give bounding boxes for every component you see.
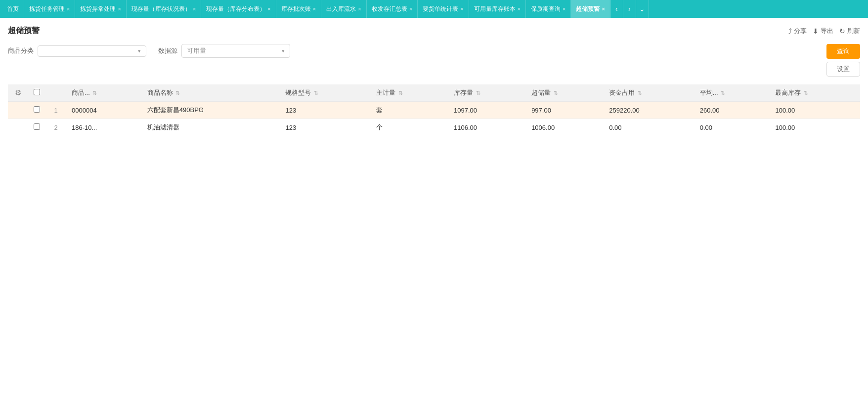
- header-actions: ⤴ 分享 ⬇ 导出 ↻ 刷新: [788, 27, 860, 36]
- table-header-row: ⚙ 商品... ⇅ 商品名称 ⇅ 规格型号 ⇅: [8, 84, 860, 102]
- select-all-checkbox[interactable]: [34, 89, 40, 95]
- close-icon[interactable]: ×: [313, 6, 316, 12]
- sort-icon[interactable]: ⇅: [398, 90, 403, 96]
- nav-tab-avail-stock[interactable]: 可用量库存账本 ×: [469, 0, 526, 18]
- row-checkbox-cell: [28, 102, 46, 119]
- sort-icon[interactable]: ⇅: [554, 90, 558, 96]
- sort-icon[interactable]: ⇅: [721, 90, 725, 96]
- col-spec-header: 规格型号 ⇅: [279, 84, 370, 102]
- data-source-select[interactable]: 可用量 ▾: [181, 44, 290, 58]
- row-unit: 套: [370, 102, 448, 119]
- close-icon[interactable]: ×: [118, 6, 121, 12]
- row-stock: 1106.00: [448, 119, 525, 136]
- row-gear: [8, 102, 28, 119]
- col-num-header: [46, 84, 66, 102]
- close-icon[interactable]: ×: [267, 6, 270, 12]
- row-spec: 123: [279, 119, 370, 136]
- sort-icon[interactable]: ⇅: [638, 90, 642, 96]
- row-unit: 个: [370, 119, 448, 136]
- close-icon[interactable]: ×: [358, 6, 361, 12]
- row-stock: 1097.00: [448, 102, 525, 119]
- row-gear: [8, 119, 28, 136]
- row-checkbox-cell: [28, 119, 46, 136]
- product-category-filter: 商品分类 ▾: [8, 45, 146, 57]
- close-icon[interactable]: ×: [460, 6, 463, 12]
- row-product-name: 六配套新昌490BPG: [141, 102, 280, 119]
- row-capital: 259220.00: [603, 102, 694, 119]
- query-button[interactable]: 查询: [826, 44, 860, 59]
- row-product-code: 186-10...: [66, 119, 141, 136]
- row-product-name: 机油滤清器: [141, 119, 280, 136]
- row-spec: 123: [279, 102, 370, 119]
- data-source-label: 数据源: [158, 46, 177, 55]
- nav-tab-summary[interactable]: 收发存汇总表 ×: [367, 0, 418, 18]
- col-product-code-header: 商品... ⇅: [66, 84, 141, 102]
- table-row: 1 0000004 六配套新昌490BPG 123 套 1097.00 997.…: [8, 102, 860, 119]
- col-product-name-header: 商品名称 ⇅: [141, 84, 280, 102]
- filter-actions: 查询 设置: [826, 44, 860, 77]
- nav-prev-arrow[interactable]: ‹: [610, 0, 623, 18]
- row-overstock: 1006.00: [525, 119, 603, 136]
- refresh-icon: ↻: [839, 27, 845, 35]
- col-stock-header: 库存量 ⇅: [448, 84, 525, 102]
- refresh-button[interactable]: ↻ 刷新: [839, 27, 860, 36]
- close-icon[interactable]: ×: [409, 6, 412, 12]
- row-capital: 0.00: [603, 119, 694, 136]
- col-unit-header: 主计量 ⇅: [370, 84, 448, 102]
- row-max-stock: 100.00: [769, 119, 860, 136]
- sort-icon[interactable]: ⇅: [476, 90, 480, 96]
- row-product-code: 0000004: [66, 102, 141, 119]
- col-capital-header: 资金占用 ⇅: [603, 84, 694, 102]
- nav-tab-overstock[interactable]: 超储预警 ×: [571, 0, 610, 18]
- top-nav: 首页 拣货任务管理 × 拣货异常处理 × 现存量（库存状况表） × 现存量（库存…: [0, 0, 868, 18]
- sort-icon[interactable]: ⇅: [92, 90, 97, 96]
- sort-icon[interactable]: ⇅: [804, 90, 808, 96]
- row-avg: 260.00: [694, 102, 770, 119]
- page-title: 超储预警: [8, 26, 40, 36]
- sort-icon[interactable]: ⇅: [314, 90, 318, 96]
- col-gear: ⚙: [8, 84, 28, 102]
- data-table: ⚙ 商品... ⇅ 商品名称 ⇅ 规格型号 ⇅: [8, 84, 860, 136]
- row-checkbox[interactable]: [34, 106, 40, 113]
- nav-tab-stock-dist[interactable]: 现存量（库存分布表） ×: [201, 0, 276, 18]
- close-icon[interactable]: ×: [563, 6, 565, 12]
- nav-tab-batch[interactable]: 库存批次账 ×: [276, 0, 321, 18]
- nav-tab-demand[interactable]: 要货单统计表 ×: [418, 0, 469, 18]
- table-row: 2 186-10... 机油滤清器 123 个 1106.00 1006.00 …: [8, 119, 860, 136]
- row-num: 1: [46, 102, 66, 119]
- col-overstock-header: 超储量 ⇅: [525, 84, 603, 102]
- nav-next-arrow[interactable]: ›: [623, 0, 636, 18]
- data-source-filter: 数据源 可用量 ▾: [158, 44, 290, 58]
- gear-icon[interactable]: ⚙: [15, 88, 21, 97]
- settings-button[interactable]: 设置: [826, 62, 860, 77]
- close-icon[interactable]: ×: [67, 6, 70, 12]
- close-icon[interactable]: ×: [602, 6, 605, 12]
- col-avg-header: 平均... ⇅: [694, 84, 770, 102]
- row-checkbox[interactable]: [34, 123, 40, 130]
- export-icon: ⬇: [813, 27, 819, 35]
- nav-tab-quality[interactable]: 保质期查询 ×: [526, 0, 571, 18]
- row-num: 2: [46, 119, 66, 136]
- close-icon[interactable]: ×: [193, 6, 196, 12]
- nav-tab-exception[interactable]: 拣货异常处理 ×: [75, 0, 126, 18]
- col-max-stock-header: 最高库存 ⇅: [769, 84, 860, 102]
- col-checkbox-header: [28, 84, 46, 102]
- nav-tab-flow[interactable]: 出入库流水 ×: [321, 0, 366, 18]
- nav-menu-arrow[interactable]: ⌄: [636, 0, 649, 18]
- share-icon: ⤴: [788, 27, 792, 35]
- product-category-select[interactable]: ▾: [38, 45, 146, 57]
- page-content: 超储预警 ⤴ 分享 ⬇ 导出 ↻ 刷新 商品分类 ▾: [0, 18, 868, 395]
- product-category-label: 商品分类: [8, 46, 34, 55]
- page-header: 超储预警 ⤴ 分享 ⬇ 导出 ↻ 刷新: [8, 26, 860, 36]
- export-button[interactable]: ⬇ 导出: [813, 27, 833, 36]
- chevron-down-icon: ▾: [138, 48, 141, 54]
- nav-tab-task-mgmt[interactable]: 拣货任务管理 ×: [24, 0, 75, 18]
- share-button[interactable]: ⤴ 分享: [788, 27, 807, 36]
- row-avg: 0.00: [694, 119, 770, 136]
- row-overstock: 997.00: [525, 102, 603, 119]
- sort-icon[interactable]: ⇅: [175, 90, 180, 96]
- close-icon[interactable]: ×: [518, 6, 521, 12]
- row-max-stock: 100.00: [769, 102, 860, 119]
- nav-tab-home[interactable]: 首页: [2, 0, 24, 18]
- nav-tab-stock-status[interactable]: 现存量（库存状况表） ×: [127, 0, 201, 18]
